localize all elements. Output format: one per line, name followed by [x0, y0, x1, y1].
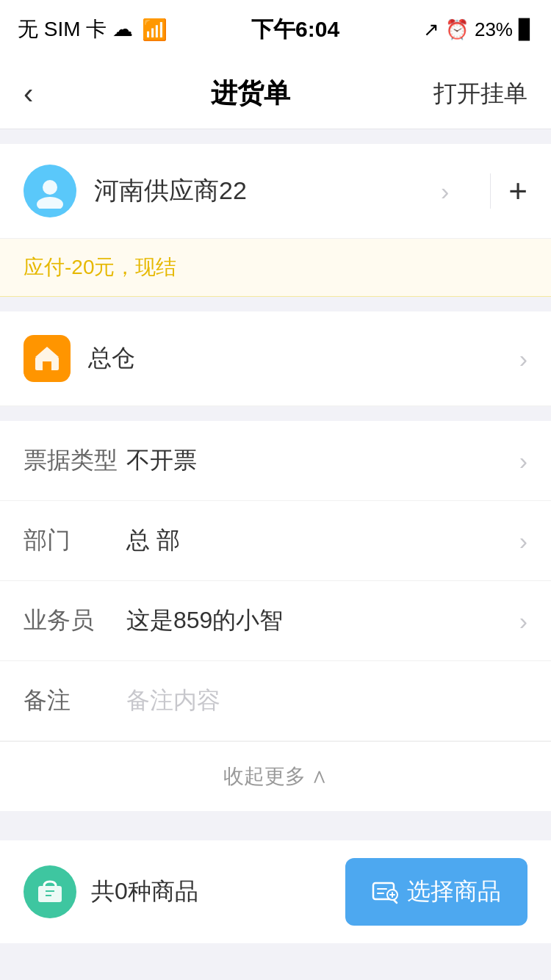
supplier-row[interactable]: 河南供应商22 › + — [0, 144, 551, 239]
invoice-type-row[interactable]: 票据类型 不开票 › — [0, 421, 551, 501]
nav-bar: ‹ 进货单 打开挂单 — [0, 59, 551, 129]
status-left: 无 SIM 卡 ☁ 📶 — [18, 15, 168, 43]
department-label: 部门 — [24, 525, 126, 557]
location-icon: ↗ — [423, 18, 439, 41]
warehouse-section: 总仓 › — [0, 311, 551, 406]
svg-rect-4 — [43, 361, 51, 370]
svg-rect-7 — [46, 895, 51, 896]
notice-row: 应付-20元，现结 — [0, 239, 551, 297]
section-gap-3 — [0, 406, 551, 421]
department-row[interactable]: 部门 总 部 › — [0, 501, 551, 581]
section-gap-1 — [0, 129, 551, 144]
page-title: 进货单 — [211, 76, 290, 112]
status-right: ↗ ⏰ 23% ▊ — [423, 18, 533, 41]
form-section: 票据类型 不开票 › 部门 总 部 › 业务员 这是859的小智 › 备注 备注… — [0, 421, 551, 811]
vertical-divider — [490, 173, 491, 209]
department-chevron-icon: › — [519, 527, 527, 555]
status-bar: 无 SIM 卡 ☁ 📶 下午6:04 ↗ ⏰ 23% ▊ — [0, 0, 551, 59]
supplier-chevron-icon: › — [441, 177, 449, 206]
warehouse-chevron-icon: › — [519, 345, 527, 373]
svg-rect-5 — [38, 886, 62, 902]
supplier-name: 河南供应商22 — [94, 174, 441, 208]
product-icon-bg — [24, 865, 76, 918]
warehouse-icon-bg — [24, 335, 71, 382]
salesperson-chevron-icon: › — [519, 607, 527, 635]
alarm-icon: ⏰ — [445, 18, 469, 41]
svg-point-1 — [37, 197, 63, 209]
remark-row[interactable]: 备注 备注内容 — [0, 661, 551, 741]
add-supplier-button[interactable]: + — [508, 173, 527, 209]
open-pending-button[interactable]: 打开挂单 — [433, 78, 527, 110]
salesperson-row[interactable]: 业务员 这是859的小智 › — [0, 581, 551, 661]
select-product-label: 选择商品 — [407, 876, 501, 908]
product-count-text: 共0种商品 — [91, 876, 198, 908]
select-product-button[interactable]: 选择商品 — [345, 858, 527, 926]
status-time: 下午6:04 — [251, 15, 339, 45]
supplier-section: 河南供应商22 › + 应付-20元，现结 — [0, 144, 551, 297]
back-button[interactable]: ‹ — [24, 77, 68, 110]
select-product-icon — [372, 879, 398, 905]
section-gap-4 — [0, 811, 551, 826]
bottom-bar: 共0种商品 选择商品 — [0, 840, 551, 943]
sim-label: 无 SIM 卡 ☁ — [18, 15, 133, 43]
battery-label: 23% — [475, 18, 513, 41]
invoice-type-label: 票据类型 — [24, 444, 126, 477]
product-count-area: 共0种商品 — [24, 865, 198, 918]
salesperson-label: 业务员 — [24, 605, 126, 637]
warehouse-name: 总仓 — [88, 342, 519, 375]
svg-point-0 — [43, 180, 57, 195]
battery-icon: ▊ — [519, 18, 533, 41]
svg-marker-3 — [35, 347, 59, 357]
warehouse-row[interactable]: 总仓 › — [0, 311, 551, 406]
remark-label: 备注 — [24, 685, 126, 717]
salesperson-value: 这是859的小智 — [126, 605, 519, 637]
department-value: 总 部 — [126, 525, 519, 557]
remark-placeholder: 备注内容 — [126, 685, 527, 717]
section-gap-2 — [0, 297, 551, 311]
svg-rect-6 — [46, 890, 54, 892]
wifi-icon: 📶 — [142, 18, 168, 42]
supplier-avatar — [24, 165, 76, 217]
collapse-button[interactable]: 收起更多 ∧ — [0, 741, 551, 811]
invoice-type-value: 不开票 — [126, 444, 519, 477]
invoice-type-chevron-icon: › — [519, 447, 527, 475]
